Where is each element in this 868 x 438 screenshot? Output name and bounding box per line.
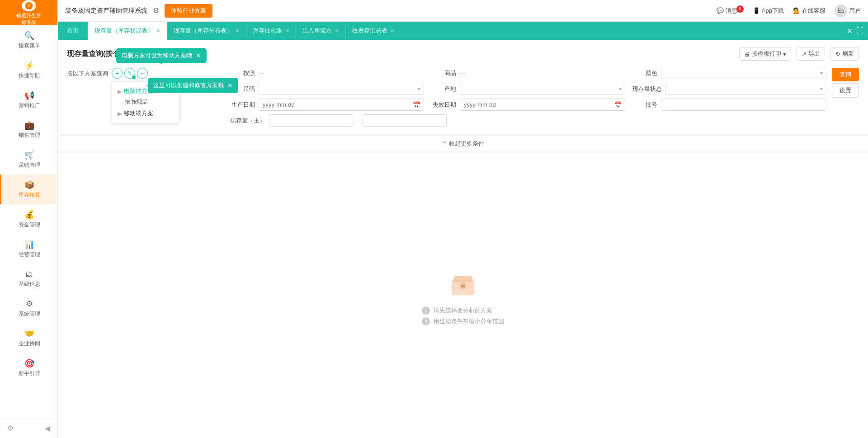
sidebar-item-purchase[interactable]: 🛒 采购管理 <box>0 145 57 174</box>
collapse-sidebar-icon[interactable]: ◀ <box>45 424 50 433</box>
tab-maximize-icon[interactable]: ⛶ <box>856 27 863 35</box>
print-icon: 🖨 <box>744 51 750 57</box>
sidebar-item-sales[interactable]: 💼 销售管理 <box>0 115 57 145</box>
filter-goods: 商品 ··· <box>431 69 625 77</box>
tab-inventory-dist-close[interactable]: ✕ <box>235 28 240 34</box>
filter-row-2: 尺码 产地 现存量状态 <box>230 83 826 95</box>
sidebar-item-finance[interactable]: 💰 资金管理 <box>0 204 57 234</box>
goods-dots[interactable]: ··· <box>460 69 466 77</box>
tab-batch-ledger-close[interactable]: ✕ <box>285 28 289 34</box>
tab-inventory-dist-label: 现存量（库存分布表） <box>174 27 232 35</box>
filter-expire-date: 失效日期 📅 <box>431 99 625 111</box>
industry-solution-button[interactable]: 体验行业方案 <box>165 4 212 18</box>
expire-date-input[interactable] <box>460 99 625 111</box>
notification-item[interactable]: 💬 消息 6 <box>717 7 744 15</box>
tab-receive-summary-close[interactable]: ✕ <box>390 28 395 34</box>
filter-row-4: 现存量（主） — <box>230 114 826 127</box>
filter-warehouse: 按照 ··· <box>230 69 424 77</box>
sidebar-bottom: ⚙ ◀ <box>0 418 57 438</box>
tab-batch-ledger[interactable]: 库存批次账 ✕ <box>246 22 296 40</box>
add-scheme-button[interactable]: + <box>112 68 123 79</box>
filter-origin: 产地 <box>431 83 625 95</box>
edit-scheme-button[interactable]: ✎ <box>124 68 135 79</box>
warehouse-dots[interactable]: ··· <box>259 69 264 77</box>
scheme-item-mobile[interactable]: ▶ 移动端方案 <box>118 108 174 119</box>
search-icon: 🔍 <box>24 31 34 41</box>
notification-icon: 💬 <box>717 7 724 14</box>
tab-inventory-dist[interactable]: 现存量（库存分布表） ✕ <box>167 22 246 40</box>
user-item[interactable]: Ea 用户 <box>835 5 861 17</box>
tab-in-out-flow-close[interactable]: ✕ <box>335 28 339 34</box>
prod-date-cal-icon[interactable]: 📅 <box>413 101 420 108</box>
range-separator: — <box>355 117 361 124</box>
collapse-row[interactable]: ⌃ 收起更多条件 <box>58 136 868 151</box>
header: 装备及固定资产辅助管理系统 ⚙ 体验行业方案 💬 消息 6 📱 App下载 💁 … <box>58 0 868 22</box>
tooltip1-close[interactable]: ✕ <box>196 52 201 59</box>
print-button[interactable]: 🖨 按模板打印 ▾ <box>739 47 791 61</box>
sidebar-item-inventory[interactable]: 📦 库存核算 <box>0 174 57 204</box>
back-scheme-button[interactable]: ← <box>137 68 148 79</box>
empty-illustration <box>445 266 481 302</box>
size-select-wrapper <box>259 83 424 95</box>
expire-date-cal-icon[interactable]: 📅 <box>614 101 622 108</box>
tab-in-out-flow-label: 出入库流水 <box>302 27 332 35</box>
size-select[interactable] <box>259 83 424 95</box>
prod-date-label: 生产日期 <box>230 101 255 109</box>
sidebar-item-guide[interactable]: 🎯 新手引导 <box>0 353 57 383</box>
tooltip2-close[interactable]: ✕ <box>227 82 233 89</box>
sidebar-item-marketing[interactable]: 📢 营销推广 <box>0 85 57 115</box>
tooltip-scheme-mobile: 电脑方案可设为移动方案哦 ✕ <box>116 48 207 63</box>
origin-select[interactable] <box>460 83 625 95</box>
stock-status-label: 现存量状态 <box>632 85 662 93</box>
scheme-area: + ✎ ← 电脑方案可设为移动方案哦 ✕ 这里可以创建和修改方案哦 ✕ <box>112 68 148 79</box>
support-icon: 💁 <box>793 7 800 14</box>
sidebar-item-basic[interactable]: 🗂 基础信息 <box>0 264 57 293</box>
tab-inventory-status-close[interactable]: ✕ <box>156 28 160 34</box>
color-select[interactable] <box>661 67 826 79</box>
stock-min-input[interactable] <box>269 114 353 127</box>
settings-icon[interactable]: ⚙ <box>7 424 14 433</box>
tab-close-all-icon[interactable]: ✕ <box>847 27 853 35</box>
sidebar-item-operation[interactable]: 📊 经营管理 <box>0 234 57 264</box>
color-label: 颜色 <box>632 69 657 77</box>
tab-inventory-status[interactable]: 现存量（库存状况表） ✕ <box>88 22 167 40</box>
batch-label: 批号 <box>632 101 657 109</box>
prod-date-input[interactable] <box>259 99 424 111</box>
sidebar-item-enterprise[interactable]: 🤝 企业协同 <box>0 323 57 353</box>
filter-form: 按照 ··· 商品 ··· 颜色 <box>230 67 826 127</box>
online-support-item[interactable]: 💁 在线客服 <box>793 7 826 15</box>
finance-icon: 💰 <box>24 210 34 220</box>
tooltip1-text: 电脑方案可设为移动方案哦 <box>122 52 192 60</box>
header-left: 装备及固定资产辅助管理系统 ⚙ 体验行业方案 <box>65 4 212 18</box>
batch-input[interactable] <box>661 99 826 111</box>
sidebar-logo: 6 畅通好生意 标准版 <box>0 0 57 25</box>
tooltip-scheme-create: 这里可以创建和修改方案哦 ✕ <box>148 78 238 93</box>
refresh-icon: ↻ <box>835 51 840 57</box>
reset-button[interactable]: 设置 <box>832 83 859 98</box>
export-button[interactable]: ↗ 导出 <box>797 47 825 61</box>
search-button[interactable]: 查询 <box>832 68 859 81</box>
tab-home-label: 首页 <box>67 27 79 35</box>
refresh-button[interactable]: ↻ 刷新 <box>830 47 859 61</box>
tip-num-2: 2 <box>422 317 430 325</box>
system-icon: ⚙ <box>26 299 33 309</box>
sidebar-item-search[interactable]: 🔍 搜索菜单 <box>0 25 57 55</box>
settings-gear-icon[interactable]: ⚙ <box>153 6 159 15</box>
stock-max-input[interactable] <box>363 114 447 127</box>
tab-in-out-flow[interactable]: 出入库流水 ✕ <box>296 22 346 40</box>
filter-size: 尺码 <box>230 83 424 95</box>
filter-prod-date: 生产日期 📅 <box>230 99 424 111</box>
tab-receive-summary[interactable]: 收发存汇总表 ✕ <box>346 22 401 40</box>
filter-batch: 批号 <box>632 99 826 111</box>
scheme-sub-item[interactable]: 按 按照品 <box>118 97 174 107</box>
stock-status-select[interactable] <box>665 83 826 95</box>
expire-date-label: 失效日期 <box>431 101 456 109</box>
system-title: 装备及固定资产辅助管理系统 <box>65 7 147 15</box>
sidebar-item-system[interactable]: ⚙ 系统管理 <box>0 293 57 323</box>
operation-icon: 📊 <box>24 240 34 250</box>
filter-row-3: 生产日期 📅 失效日期 📅 <box>230 99 826 111</box>
app-download-item[interactable]: 📱 App下载 <box>753 7 784 15</box>
empty-tip-2: 2 用过滤条件来缩小分析范围 <box>422 317 504 325</box>
tab-home[interactable]: 首页 <box>58 22 88 40</box>
sidebar-item-quick[interactable]: ⚡ 快捷导航 <box>0 55 57 85</box>
